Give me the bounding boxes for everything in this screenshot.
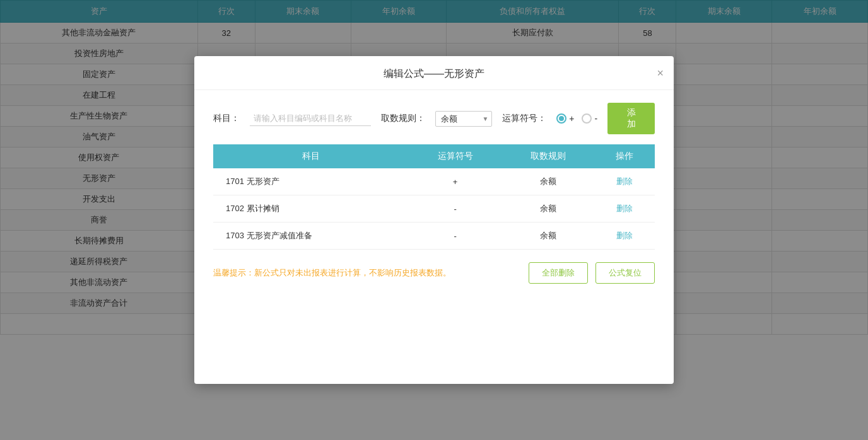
footer-tip: 温馨提示：新公式只对未出报表进行计算，不影响历史报表数据。 bbox=[213, 267, 451, 279]
table-cell-operator: - bbox=[409, 223, 501, 250]
data-table-wrap: 科目 运算符号 取数规则 操作 1701 无形资产+余额删除1702 累计摊销-… bbox=[194, 144, 674, 250]
footer-buttons: 全部删除 公式复位 bbox=[529, 262, 655, 284]
rule-label: 取数规则： bbox=[381, 113, 425, 124]
operator-radio-group: + - bbox=[556, 113, 597, 124]
subject-label: 科目： bbox=[213, 113, 240, 124]
table-cell-rule: 余额 bbox=[501, 168, 594, 195]
radio-plus-circle bbox=[556, 113, 566, 124]
form-row: 科目： 取数规则： 余额 借方发生额 贷方发生额 ▼ 运算符号： + bbox=[194, 90, 674, 144]
modal-overlay: 编辑公式——无形资产 × 科目： 取数规则： 余额 借方发生额 贷方发生额 ▼ … bbox=[0, 0, 868, 440]
radio-minus-label: - bbox=[594, 113, 597, 124]
delete-all-button[interactable]: 全部删除 bbox=[529, 262, 588, 284]
table-cell-operator: - bbox=[409, 195, 501, 223]
table-cell-subject: 1701 无形资产 bbox=[213, 168, 409, 195]
table-row: 1702 累计摊销-余额删除 bbox=[213, 195, 655, 223]
modal-header: 编辑公式——无形资产 × bbox=[194, 56, 674, 90]
col-header-rule: 取数规则 bbox=[501, 144, 594, 168]
table-cell-action: 删除 bbox=[594, 195, 655, 223]
data-table: 科目 运算符号 取数规则 操作 1701 无形资产+余额删除1702 累计摊销-… bbox=[213, 144, 655, 250]
radio-minus[interactable]: - bbox=[582, 113, 597, 124]
table-cell-rule: 余额 bbox=[501, 223, 594, 250]
table-cell-subject: 1702 累计摊销 bbox=[213, 195, 409, 223]
modal-footer: 温馨提示：新公式只对未出报表进行计算，不影响历史报表数据。 全部删除 公式复位 bbox=[194, 250, 674, 290]
modal-dialog: 编辑公式——无形资产 × 科目： 取数规则： 余额 借方发生额 贷方发生额 ▼ … bbox=[194, 56, 674, 384]
table-row: 1703 无形资产减值准备-余额删除 bbox=[213, 223, 655, 250]
table-cell-action: 删除 bbox=[594, 168, 655, 195]
col-header-operator: 运算符号 bbox=[409, 144, 501, 168]
table-cell-subject: 1703 无形资产减值准备 bbox=[213, 223, 409, 250]
col-header-subject: 科目 bbox=[213, 144, 409, 168]
delete-link[interactable]: 删除 bbox=[616, 231, 633, 240]
table-row: 1701 无形资产+余额删除 bbox=[213, 168, 655, 195]
radio-plus[interactable]: + bbox=[556, 113, 574, 124]
radio-minus-circle bbox=[582, 113, 592, 124]
operator-label: 运算符号： bbox=[502, 113, 546, 124]
modal-title: 编辑公式——无形资产 bbox=[384, 67, 484, 81]
rule-select[interactable]: 余额 借方发生额 贷方发生额 bbox=[435, 111, 492, 127]
col-header-action: 操作 bbox=[594, 144, 655, 168]
radio-plus-label: + bbox=[569, 113, 574, 124]
add-button[interactable]: 添加 bbox=[607, 103, 655, 134]
table-cell-rule: 余额 bbox=[501, 195, 594, 223]
delete-link[interactable]: 删除 bbox=[616, 204, 633, 213]
subject-input[interactable] bbox=[250, 111, 371, 126]
modal-close-button[interactable]: × bbox=[657, 67, 664, 79]
table-cell-action: 删除 bbox=[594, 223, 655, 250]
reset-formula-button[interactable]: 公式复位 bbox=[595, 262, 655, 284]
table-cell-operator: + bbox=[409, 168, 501, 195]
delete-link[interactable]: 删除 bbox=[616, 177, 633, 186]
rule-select-wrapper: 余额 借方发生额 贷方发生额 ▼ bbox=[435, 111, 492, 127]
